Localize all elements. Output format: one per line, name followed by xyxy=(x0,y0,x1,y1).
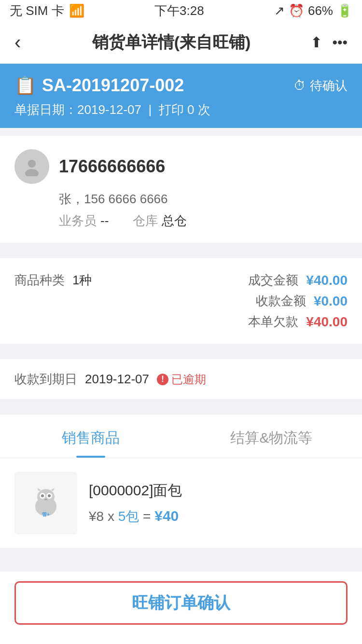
order-date-line: 单据日期：2019-12-07 | 打印 0 次 xyxy=(14,101,348,118)
back-button[interactable]: ‹ xyxy=(14,31,43,53)
carrier-text: 无 SIM 卡 xyxy=(10,2,64,19)
svg-marker-8 xyxy=(37,488,41,491)
tab-sales-products[interactable]: 销售商品 xyxy=(0,415,181,458)
product-price-line: ¥8 x 5包 = ¥40 xyxy=(89,507,348,526)
product-list: 管+ [0000002]面包 ¥8 x 5包 = ¥40 xyxy=(0,458,362,548)
divider-4 xyxy=(0,407,362,415)
warehouse-value: 总仓 xyxy=(162,212,187,229)
overdue-text: 已逾期 xyxy=(171,372,206,387)
product-item: 管+ [0000002]面包 ¥8 x 5包 = ¥40 xyxy=(0,458,362,548)
order-status: ⏱ 待确认 xyxy=(293,77,348,94)
svg-point-6 xyxy=(41,494,44,497)
svg-text:管+: 管+ xyxy=(42,512,50,517)
tabs-bar: 销售商品 结算&物流等 xyxy=(0,415,362,458)
tab-settlement-logistics[interactable]: 结算&物流等 xyxy=(181,415,362,458)
page-title: 销货单详情(来自旺铺) xyxy=(43,31,299,54)
status-bar: 无 SIM 卡 📶 下午3:28 ↗ ⏰ 66% 🔋 xyxy=(0,0,362,21)
owed-value: ¥40.00 xyxy=(306,314,348,330)
svg-point-1 xyxy=(25,169,39,176)
wifi-icon: 📶 xyxy=(69,3,84,18)
due-date-card: 收款到期日 2019-12-07 ! 已逾期 xyxy=(0,359,362,399)
svg-point-7 xyxy=(48,494,51,497)
divider-1 xyxy=(0,128,362,136)
more-icon[interactable]: ••• xyxy=(332,34,348,51)
avatar xyxy=(14,149,49,184)
confirm-order-button[interactable]: 旺铺订单确认 xyxy=(14,581,348,625)
customer-name: 张，156 6666 6666 xyxy=(14,191,348,208)
warehouse-label: 仓库 xyxy=(133,212,158,229)
nav-bar: ‹ 销货单详情(来自旺铺) ⬆ ••• xyxy=(0,21,362,64)
nav-actions: ⬆ ••• xyxy=(299,34,348,51)
status-icon: ⏱ xyxy=(293,78,306,93)
battery-text: 66% xyxy=(308,3,333,18)
deal-amount-value: ¥40.00 xyxy=(306,273,348,288)
customer-card: 17666666666 张，156 6666 6666 业务员 -- 仓库 总仓 xyxy=(0,136,362,243)
product-info: [0000002]面包 ¥8 x 5包 = ¥40 xyxy=(89,481,348,526)
unit-price: ¥8 x xyxy=(89,509,118,524)
salesperson-value: -- xyxy=(100,213,109,228)
divider-2 xyxy=(0,251,362,258)
order-icon: 📋 xyxy=(14,75,36,96)
divider-3 xyxy=(0,351,362,359)
product-type-label: 商品种类 xyxy=(14,272,65,289)
order-id: 📋 SA-20191207-002 xyxy=(14,75,184,96)
summary-amounts: 成交金额 ¥40.00 收款金额 ¥0.00 本单欠款 ¥40.00 xyxy=(248,272,348,330)
status-text: 待确认 xyxy=(310,77,348,94)
due-label: 收款到期日 xyxy=(14,371,77,388)
svg-marker-9 xyxy=(51,488,55,491)
due-date-value: 2019-12-07 xyxy=(85,372,149,387)
deal-amount-label: 成交金额 xyxy=(248,272,298,289)
location-icon: ↗ xyxy=(274,3,285,18)
summary-card: 商品种类 1种 成交金额 ¥40.00 收款金额 ¥0.00 本单欠款 ¥40.… xyxy=(0,258,362,344)
battery-icon: 🔋 xyxy=(337,3,352,18)
svg-point-0 xyxy=(28,160,36,168)
received-value: ¥0.00 xyxy=(314,294,348,309)
equals-sign: = xyxy=(139,509,154,524)
product-name: [0000002]面包 xyxy=(89,481,348,501)
alarm-icon: ⏰ xyxy=(289,3,304,18)
quantity: 5包 xyxy=(118,509,139,524)
total-price: ¥40 xyxy=(154,508,179,524)
status-right: ↗ ⏰ 66% 🔋 xyxy=(274,3,352,18)
overdue-icon: ! xyxy=(157,374,168,385)
salesperson-label: 业务员 xyxy=(59,212,97,229)
order-banner: 📋 SA-20191207-002 ⏱ 待确认 单据日期：2019-12-07 … xyxy=(0,64,362,128)
customer-meta: 业务员 -- 仓库 总仓 xyxy=(14,212,348,229)
customer-phone: 17666666666 xyxy=(59,156,165,177)
overdue-badge: ! 已逾期 xyxy=(157,372,206,387)
product-type-count: 1种 xyxy=(72,272,92,289)
received-label: 收款金额 xyxy=(256,293,306,309)
share-icon[interactable]: ⬆ xyxy=(310,34,322,51)
product-thumbnail: 管+ xyxy=(14,472,77,534)
owed-label: 本单欠款 xyxy=(248,313,298,330)
product-image: 管+ xyxy=(24,486,68,520)
status-left: 无 SIM 卡 📶 xyxy=(10,2,84,19)
bottom-area: 旺铺订单确认 xyxy=(0,571,362,644)
time-display: 下午3:28 xyxy=(154,2,204,19)
